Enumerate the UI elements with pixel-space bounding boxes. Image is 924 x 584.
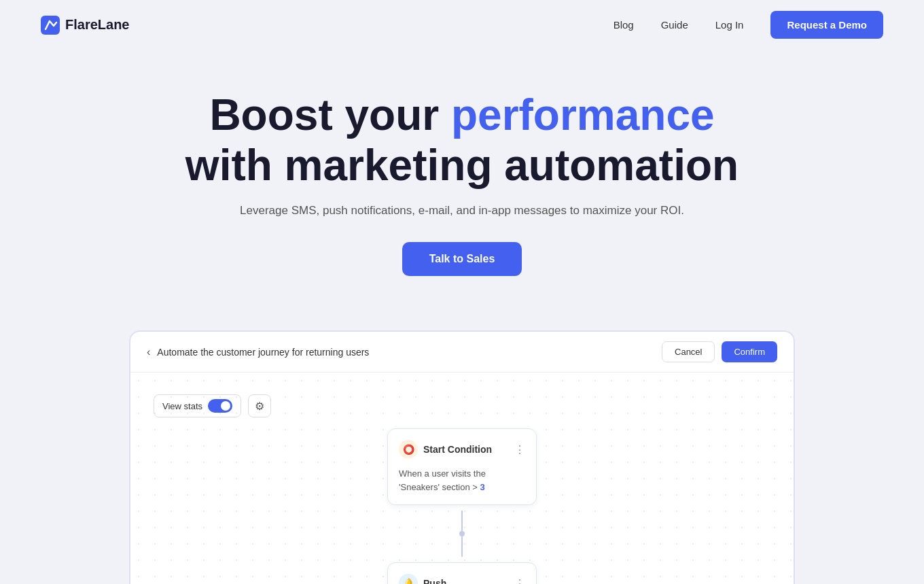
hero-title-part2: with marketing automation [185,141,739,190]
gear-icon: ⚙ [255,400,264,413]
nav-login[interactable]: Log In [715,19,744,31]
logo[interactable]: FlareLane [41,16,129,35]
demo-body: View stats ⚙ ⭕ Start Condition [130,373,794,584]
start-condition-menu[interactable]: ⋮ [514,443,525,456]
hero-title-highlight: performance [451,90,715,139]
demo-header-right: Cancel Confirm [662,341,777,362]
svg-rect-0 [41,16,60,35]
hero-section: Boost your performance with marketing au… [0,50,924,303]
push-icon: 🔔 [399,574,418,584]
nav-blog[interactable]: Blog [614,19,634,31]
toggle-switch[interactable] [208,399,232,413]
settings-button[interactable]: ⚙ [248,394,271,417]
connector-line-2 [461,536,463,557]
start-condition-label: Start Condition [423,444,492,455]
hero-subtitle: Leverage SMS, push notifications, e-mail… [14,204,910,218]
cancel-button[interactable]: Cancel [662,341,715,362]
hero-title: Boost your performance with marketing au… [14,90,910,190]
back-icon[interactable]: ‹ [147,346,150,358]
push-card-title: 🔔 Push [399,574,446,584]
brand-name: FlareLane [65,17,129,33]
nav-request-demo-button[interactable]: Request a Demo [770,11,883,39]
start-condition-card: ⭕ Start Condition ⋮ When a user visits t… [387,428,537,505]
start-condition-title: ⭕ Start Condition [399,440,492,459]
demo-header-left: ‹ Automate the customer journey for retu… [147,346,369,358]
hero-title-part1: Boost your [209,90,451,139]
talk-to-sales-button[interactable]: Talk to Sales [402,242,522,276]
demo-header: ‹ Automate the customer journey for retu… [130,332,794,373]
push-card-menu[interactable]: ⋮ [514,577,525,584]
demo-title: Automate the customer journey for return… [157,347,369,358]
start-condition-icon: ⭕ [399,440,418,459]
connector-line [461,511,463,531]
nav-links: Blog Guide Log In Request a Demo [614,11,883,39]
demo-content-layer: View stats ⚙ ⭕ Start Condition [147,383,777,584]
demo-card: ‹ Automate the customer journey for retu… [129,330,795,584]
flow-connector [459,505,465,562]
view-stats-toggle[interactable]: View stats [154,394,241,417]
nav-guide[interactable]: Guide [661,19,688,31]
connector-dot [459,531,465,536]
push-label: Push [423,578,446,584]
demo-section: ‹ Automate the customer journey for retu… [116,330,808,584]
push-card: 🔔 Push ⋮ {{ name || user name }}, your s… [387,562,537,584]
start-condition-body: When a user visits the 'Sneakers' sectio… [399,467,525,494]
confirm-button[interactable]: Confirm [722,341,777,362]
view-stats-label: View stats [162,401,202,411]
navbar: FlareLane Blog Guide Log In Request a De… [0,0,924,50]
